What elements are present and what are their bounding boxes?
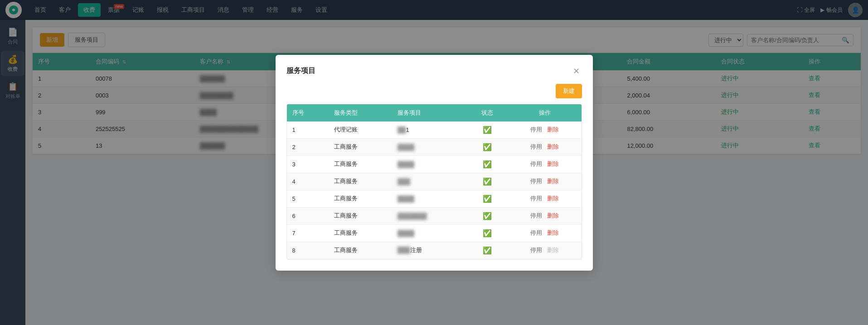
service-row: 6 工商服务 ███████ ✅ 停用 删除 <box>287 207 582 224</box>
stop-btn-2[interactable]: 停用 <box>530 143 542 150</box>
service-table: 序号 服务类型 服务项目 状态 操作 1 代理记账 ██1 ✅ 停用 <box>287 104 582 259</box>
status-check-7: ✅ <box>483 229 492 237</box>
delete-btn-7[interactable]: 删除 <box>547 229 559 236</box>
service-row: 7 工商服务 ████ ✅ 停用 删除 <box>287 224 582 242</box>
modal-title: 服务项目 <box>286 66 315 76</box>
service-col-type: 服务类型 <box>329 104 392 121</box>
service-row: 3 工商服务 ████ ✅ 停用 删除 <box>287 155 582 173</box>
status-check-3: ✅ <box>483 160 492 168</box>
delete-btn-8[interactable]: 删除 <box>547 247 559 253</box>
status-check-2: ✅ <box>483 143 492 151</box>
stop-btn-5[interactable]: 停用 <box>530 195 542 202</box>
service-row: 8 工商服务 ███注册 ✅ 停用 删除 <box>287 242 582 259</box>
stop-btn-4[interactable]: 停用 <box>530 178 542 184</box>
service-col-action: 操作 <box>508 104 582 121</box>
status-check-1: ✅ <box>483 126 492 134</box>
service-table-wrap: 序号 服务类型 服务项目 状态 操作 1 代理记账 ██1 ✅ 停用 <box>286 104 582 260</box>
delete-btn-5[interactable]: 删除 <box>547 195 559 202</box>
service-table-header: 序号 服务类型 服务项目 状态 操作 <box>287 104 582 121</box>
stop-btn-7[interactable]: 停用 <box>530 229 542 236</box>
service-col-item: 服务项目 <box>392 104 466 121</box>
status-check-8: ✅ <box>483 247 492 254</box>
stop-btn-3[interactable]: 停用 <box>530 160 542 167</box>
service-row: 2 工商服务 ████ ✅ 停用 删除 <box>287 138 582 155</box>
delete-btn-6[interactable]: 删除 <box>547 212 559 219</box>
service-modal: 服务项目 ✕ 新建 序号 服务类型 服务项目 状态 操作 <box>276 55 593 271</box>
service-col-status: 状态 <box>466 104 508 121</box>
delete-btn-3[interactable]: 删除 <box>547 160 559 167</box>
modal-toolbar: 新建 <box>286 84 582 98</box>
status-check-4: ✅ <box>483 178 492 185</box>
new-service-button[interactable]: 新建 <box>556 84 582 98</box>
delete-btn-1[interactable]: 删除 <box>547 126 559 133</box>
stop-btn-1[interactable]: 停用 <box>530 126 542 133</box>
stop-btn-8[interactable]: 停用 <box>530 247 542 253</box>
service-row: 1 代理记账 ██1 ✅ 停用 删除 <box>287 121 582 139</box>
service-col-seq: 序号 <box>287 104 329 121</box>
status-check-5: ✅ <box>483 195 492 203</box>
delete-btn-2[interactable]: 删除 <box>547 143 559 150</box>
status-check-6: ✅ <box>483 212 492 220</box>
modal-overlay[interactable]: 服务项目 ✕ 新建 序号 服务类型 服务项目 状态 操作 <box>0 0 868 325</box>
modal-header: 服务项目 ✕ <box>286 66 582 77</box>
service-row: 5 工商服务 ████ ✅ 停用 删除 <box>287 190 582 207</box>
delete-btn-4[interactable]: 删除 <box>547 178 559 184</box>
stop-btn-6[interactable]: 停用 <box>530 212 542 219</box>
modal-close-button[interactable]: ✕ <box>571 66 582 77</box>
service-row: 4 工商服务 ███ ✅ 停用 删除 <box>287 173 582 190</box>
